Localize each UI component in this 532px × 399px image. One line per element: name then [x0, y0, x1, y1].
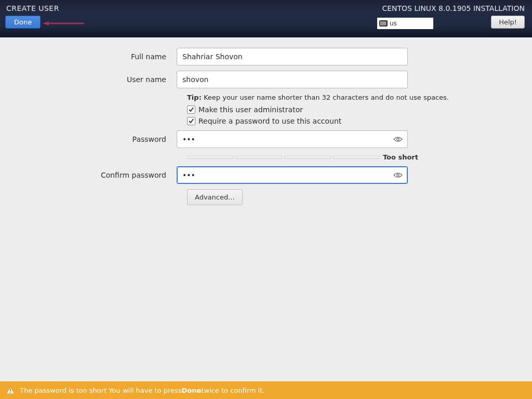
admin-checkbox[interactable]	[187, 105, 195, 114]
form-content: Full name User name Tip: Keep your user …	[0, 37, 532, 205]
confirm-password-label: Confirm password	[0, 171, 177, 179]
warning-bar: The password is too short You will have …	[0, 381, 532, 399]
password-input[interactable]	[177, 130, 408, 148]
keyboard-layout-label: us	[390, 20, 397, 27]
warning-text-after: twice to confirm it.	[201, 387, 264, 394]
user-name-input[interactable]	[177, 71, 408, 88]
annotation-arrow	[43, 21, 84, 25]
warning-text-before: The password is too short You will have …	[20, 387, 182, 394]
password-strength: Too short	[187, 153, 418, 161]
keyboard-layout-indicator[interactable]: us	[377, 18, 433, 29]
admin-checkbox-label: Make this user administrator	[198, 105, 303, 114]
tip-text: Keep your user name shorter than 32 char…	[202, 94, 449, 101]
require-password-checkbox[interactable]	[187, 117, 195, 125]
show-confirm-password-icon[interactable]	[393, 172, 403, 178]
installation-title: CENTOS LINUX 8.0.1905 INSTALLATION	[382, 4, 525, 12]
svg-rect-6	[10, 392, 11, 393]
done-button[interactable]: Done	[5, 16, 41, 29]
full-name-label: Full name	[0, 52, 177, 61]
show-password-icon[interactable]	[393, 136, 403, 142]
advanced-button[interactable]: Advanced...	[187, 189, 243, 205]
keyboard-icon	[379, 20, 388, 26]
svg-point-2	[397, 138, 399, 140]
help-button[interactable]: Help!	[491, 16, 525, 29]
tip-label: Tip:	[187, 94, 202, 101]
full-name-input[interactable]	[177, 48, 408, 65]
require-password-label: Require a password to use this account	[198, 117, 341, 125]
svg-point-3	[397, 174, 399, 176]
strength-label: Too short	[383, 153, 418, 161]
header-bar: CREATE USER CENTOS LINUX 8.0.1905 INSTAL…	[0, 0, 532, 37]
warning-bold: Done	[182, 387, 202, 394]
username-tip: Tip: Keep your user name shorter than 32…	[187, 94, 532, 101]
warning-icon	[6, 387, 15, 394]
strength-bar	[187, 156, 380, 159]
user-name-label: User name	[0, 75, 177, 84]
password-label: Password	[0, 135, 177, 143]
svg-marker-1	[43, 21, 49, 25]
svg-rect-5	[10, 389, 11, 391]
confirm-password-input[interactable]	[177, 166, 408, 184]
